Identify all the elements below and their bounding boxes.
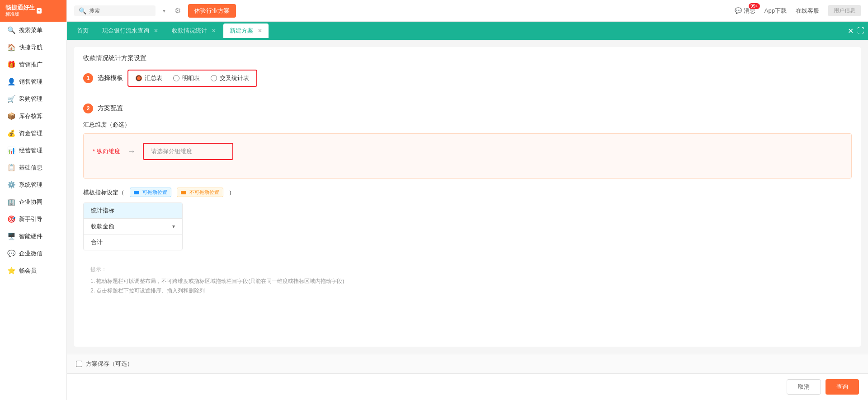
dimension-arrow: →: [127, 147, 136, 156]
chat-icon: 💬: [7, 249, 15, 258]
indicators-label-row: 模板指标设定（ 可拖动位置 不可拖动位置 ）: [83, 188, 852, 197]
radio-detail-input[interactable]: [173, 75, 179, 81]
sidebar-item-quicknav[interactable]: 🏠 快捷导航: [0, 39, 66, 56]
sidebar-item-wechat[interactable]: 💬 企业微信: [0, 245, 66, 262]
dimension-config-label: 汇总维度（必选）: [83, 121, 852, 129]
sidebar-item-label: 销售管理: [19, 78, 42, 86]
bottom-action-bar: 取消 查询: [67, 373, 868, 400]
dimension-area: * 纵向维度 → 请选择分组维度: [83, 133, 852, 179]
header-chevron-icon[interactable]: ▾: [163, 8, 165, 14]
page-card: 收款情况统计方案设置 1 选择模板 汇总表 明细表: [74, 47, 861, 347]
clipboard-icon: 📋: [7, 164, 15, 172]
sidebar-item-label: 新手引导: [19, 215, 42, 223]
tip-line-2: 2. 点击标题栏下拉可设置排序、插入列和删除列: [90, 286, 844, 296]
fixed-badge: 不可拖动位置: [177, 188, 223, 197]
sidebar-item-funds[interactable]: 💰 资金管理: [0, 125, 66, 142]
cancel-button[interactable]: 取消: [787, 379, 821, 395]
vertical-dimension-label: * 纵向维度: [93, 147, 120, 155]
sidebar-item-label: 企业微信: [19, 249, 42, 258]
radio-cross[interactable]: 交叉统计表: [211, 74, 249, 82]
radio-cross-input[interactable]: [211, 75, 217, 81]
step1-section: 1 选择模板 汇总表 明细表 交叉统计表: [83, 70, 852, 87]
step2-header: 2 方案配置: [83, 104, 852, 113]
radio-summary[interactable]: 汇总表: [136, 74, 162, 82]
indicators-section: 模板指标设定（ 可拖动位置 不可拖动位置 ） 统计指标 收款金额: [83, 188, 852, 250]
top-header: 🔍 ▾ ⚙ 体验行业方案 💬 消息 99+ App下载 在线客服 用户信息: [67, 0, 868, 22]
notification-badge: 99+: [749, 3, 760, 9]
radio-summary-label: 汇总表: [145, 74, 162, 82]
dimension-placeholder: 请选择分组维度: [151, 148, 192, 155]
tab-home[interactable]: 首页: [71, 24, 95, 38]
tab-collection-close[interactable]: ✕: [212, 28, 216, 34]
sidebar-item-label: 企业协同: [19, 198, 42, 206]
sidebar-item-purchase[interactable]: 🛒 采购管理: [0, 90, 66, 108]
indicator-chevron-0[interactable]: ▾: [172, 223, 175, 230]
sidebar-item-label: 畅会员: [19, 267, 37, 275]
sidebar-item-marketing[interactable]: 🎁 营销推广: [0, 56, 66, 73]
header-right: 💬 消息 99+ App下载 在线客服 用户信息: [735, 5, 861, 16]
save-checkbox[interactable]: [76, 361, 82, 367]
header-gear-icon[interactable]: ⚙: [175, 6, 181, 15]
search-icon: 🔍: [79, 7, 86, 14]
search-input[interactable]: [89, 8, 143, 14]
message-icon-area[interactable]: 💬 消息 99+: [735, 7, 755, 15]
tab-bar: 首页 现金银行流水查询 ✕ 收款情况统计 ✕ 新建方案 ✕ ✕ ⛶: [67, 22, 868, 40]
tab-newplan[interactable]: 新建方案 ✕: [223, 24, 269, 38]
divider1: [83, 96, 852, 96]
building-icon: 🏢: [7, 198, 15, 206]
tab-collection-label: 收款情况统计: [172, 27, 207, 35]
sidebar-item-system[interactable]: ⚙️ 系统管理: [0, 176, 66, 193]
sidebar-item-member[interactable]: ⭐ 畅会员: [0, 262, 66, 279]
tips-section: 提示： 1. 拖动标题栏可以调整布局，不可跨维度或指标区域拖动栏目字段(只能在同…: [83, 259, 852, 301]
dimension-select[interactable]: 请选择分组维度: [143, 143, 233, 160]
money-icon: 💰: [7, 129, 15, 137]
home-icon: 🏠: [7, 43, 15, 52]
radio-detail-label: 明细表: [182, 74, 200, 82]
sidebar-item-inventory[interactable]: 📦 库存核算: [0, 108, 66, 125]
sidebar-item-base[interactable]: 📋 基础信息: [0, 159, 66, 176]
tab-close-window-icon[interactable]: ✕: [848, 27, 854, 35]
sidebar-item-label: 基础信息: [19, 164, 42, 172]
cart-icon: 🛒: [7, 95, 15, 103]
tab-maximize-icon[interactable]: ⛶: [857, 27, 864, 35]
sidebar-item-hardware[interactable]: 🖥️ 智能硬件: [0, 228, 66, 245]
sidebar-item-label: 搜索菜单: [19, 26, 42, 34]
save-label: 方案保存（可选）: [86, 360, 133, 368]
header-search-box[interactable]: 🔍: [74, 5, 156, 16]
indicator-row-1: 合计: [84, 235, 182, 250]
tab-newplan-label: 新建方案: [230, 27, 253, 35]
logo-sub: 标准版: [5, 11, 35, 18]
sidebar-item-label: 智能硬件: [19, 232, 42, 240]
sidebar-item-label: 采购管理: [19, 95, 42, 103]
gear-icon: ⚙️: [7, 181, 15, 189]
sidebar-item-label: 系统管理: [19, 181, 42, 189]
tab-newplan-close[interactable]: ✕: [258, 28, 262, 34]
fixed-badge-label: 不可拖动位置: [189, 189, 219, 196]
draggable-badge: 可拖动位置: [130, 188, 171, 197]
footer-save-bar: 方案保存（可选）: [67, 354, 868, 373]
sidebar-item-sales[interactable]: 👤 销售管理: [0, 73, 66, 90]
sidebar-item-newbie[interactable]: 🎯 新手引导: [0, 211, 66, 228]
app-download-link[interactable]: App下载: [764, 7, 787, 15]
online-service-link[interactable]: 在线客服: [796, 7, 819, 15]
tab-bank-close[interactable]: ✕: [154, 28, 158, 34]
sidebar-item-label: 资金管理: [19, 129, 42, 137]
radio-summary-input[interactable]: [136, 75, 142, 81]
user-info[interactable]: 用户信息: [828, 5, 861, 16]
radio-detail[interactable]: 明细表: [173, 74, 200, 82]
step1-header: 1 选择模板 汇总表 明细表 交叉统计表: [83, 70, 852, 87]
sidebar-item-label: 经营管理: [19, 146, 42, 155]
tips-title: 提示：: [90, 265, 844, 275]
sidebar-item-enterprise[interactable]: 🏢 企业协同: [0, 193, 66, 211]
dimension-config: 汇总维度（必选） * 纵向维度 → 请选择分组维度: [83, 121, 852, 179]
tab-bank[interactable]: 现金银行流水查询 ✕: [96, 24, 165, 38]
tab-collection[interactable]: 收款情况统计 ✕: [165, 24, 222, 38]
query-button[interactable]: 查询: [826, 379, 859, 395]
sidebar-item-search[interactable]: 🔍 搜索菜单: [0, 22, 66, 39]
sidebar-item-operations[interactable]: 📊 经营管理: [0, 142, 66, 159]
trial-button[interactable]: 体验行业方案: [188, 4, 236, 18]
indicators-table-header: 统计指标: [84, 203, 182, 219]
sidebar-item-label: 库存核算: [19, 112, 42, 120]
step2-num: 2: [83, 104, 93, 113]
main-area: 🔍 ▾ ⚙ 体验行业方案 💬 消息 99+ App下载 在线客服 用户信息 首页…: [67, 0, 868, 400]
